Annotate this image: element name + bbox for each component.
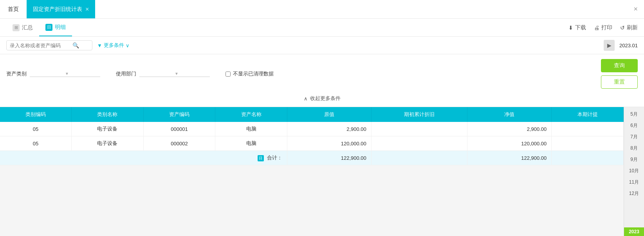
cell-accumulated-depreciation xyxy=(371,136,467,151)
year-badge[interactable]: 2023 xyxy=(624,227,644,236)
col-period-depreciation: 本期计提 xyxy=(552,107,624,122)
main-content: 类别编码 类别名称 资产编码 资产名称 原值 期初累计折旧 净值 本期计提 05… xyxy=(0,107,644,236)
month-item[interactable]: 9月 xyxy=(624,154,644,165)
month-item[interactable]: 10月 xyxy=(624,165,644,177)
detail-tab-icon: 目 xyxy=(45,24,52,31)
month-item[interactable]: 12月 xyxy=(624,188,644,199)
nav-tab-label: 固定资产折旧统计表 xyxy=(33,6,82,13)
cell-category-name: 电子设备 xyxy=(71,136,143,151)
refresh-icon: ↺ xyxy=(620,25,625,31)
cell-asset-code: 000001 xyxy=(143,122,215,136)
search-bar: 🔍 ▼ 更多条件 ∨ ▶ 2023.01 xyxy=(0,37,644,54)
col-accumulated-depreciation: 期初累计折旧 xyxy=(371,107,467,122)
nav-home[interactable]: 首页 xyxy=(0,6,27,13)
cell-asset-name: 电脑 xyxy=(215,136,287,151)
asset-category-arrow: ▼ xyxy=(65,72,99,76)
tab-detail[interactable]: 目 明细 xyxy=(39,19,72,36)
total-label: 目 合计： xyxy=(0,151,287,165)
cell-accumulated-depreciation xyxy=(371,122,467,136)
filter-area: 资产类别 ▼ 使用部门 ▼ 不显示已清理数据 查询 重置 ∧ 收起更多条件 xyxy=(0,54,644,107)
cell-asset-name: 电脑 xyxy=(215,122,287,136)
date-label: 2023.01 xyxy=(619,43,638,48)
col-net-value: 净值 xyxy=(467,107,552,122)
top-nav: 首页 固定资产折旧统计表 × × xyxy=(0,0,644,19)
department-field: 使用部门 ▼ xyxy=(116,70,210,77)
left-panel: 类别编码 类别名称 资产编码 资产名称 原值 期初累计折旧 净值 本期计提 05… xyxy=(0,107,624,236)
collapse-label: 收起更多条件 xyxy=(310,95,341,102)
hide-cleared-label: 不显示已清理数据 xyxy=(233,70,274,77)
more-filter-chevron: ∨ xyxy=(126,43,130,48)
hide-cleared-field: 不显示已清理数据 xyxy=(225,70,274,77)
right-panel: 5月6月7月8月9月10月11月12月2023 xyxy=(624,107,644,236)
department-arrow: ▼ xyxy=(175,72,208,76)
cell-original-value: 120,000.00 xyxy=(287,136,371,151)
table-row: 05 电子设备 000001 电脑 2,900.00 2,900.00 xyxy=(0,122,624,136)
nav-tab-close[interactable]: × xyxy=(85,6,89,13)
download-label: 下载 xyxy=(575,24,586,31)
month-item[interactable]: 11月 xyxy=(624,177,644,188)
tab-summary-label: 汇总 xyxy=(22,24,33,31)
download-button[interactable]: ⬇ 下载 xyxy=(568,24,586,31)
month-item[interactable]: 6月 xyxy=(624,120,644,131)
window-close-button[interactable]: × xyxy=(633,5,638,13)
print-icon: 🖨 xyxy=(594,25,599,31)
col-category-name: 类别名称 xyxy=(71,107,143,122)
month-item[interactable]: 5月 xyxy=(624,109,644,120)
refresh-button[interactable]: ↺ 刷新 xyxy=(620,24,638,31)
download-icon: ⬇ xyxy=(568,25,573,31)
month-item[interactable]: 8月 xyxy=(624,143,644,154)
filter-icon: ▼ xyxy=(97,43,102,48)
asset-category-select[interactable]: ▼ xyxy=(30,71,100,77)
tab-detail-label: 明细 xyxy=(55,24,66,31)
col-category-code: 类别编码 xyxy=(0,107,71,122)
col-asset-code: 资产编码 xyxy=(143,107,215,122)
asset-category-field: 资产类别 ▼ xyxy=(6,70,100,77)
collapse-icon: ∧ xyxy=(304,96,308,102)
reset-button[interactable]: 重置 xyxy=(601,75,638,89)
col-original-value: 原值 xyxy=(287,107,371,122)
col-asset-name: 资产名称 xyxy=(215,107,287,122)
cell-period-depreciation xyxy=(552,122,624,136)
filter-row: 资产类别 ▼ 使用部门 ▼ 不显示已清理数据 查询 重置 xyxy=(6,59,638,89)
nav-arrow-right[interactable]: ▶ xyxy=(604,40,615,51)
print-button[interactable]: 🖨 打印 xyxy=(594,24,612,31)
total-period-depreciation xyxy=(552,151,624,165)
more-filter-button[interactable]: ▼ 更多条件 ∨ xyxy=(97,42,130,49)
total-icon: 目 xyxy=(258,155,264,161)
search-icon: 🔍 xyxy=(72,42,79,48)
data-table: 类别编码 类别名称 资产编码 资产名称 原值 期初累计折旧 净值 本期计提 05… xyxy=(0,107,624,165)
cell-category-name: 电子设备 xyxy=(71,122,143,136)
toolbar-right: ⬇ 下载 🖨 打印 ↺ 刷新 xyxy=(568,24,638,31)
refresh-label: 刷新 xyxy=(627,24,638,31)
total-original-value: 122,900.00 xyxy=(287,151,371,165)
search-input[interactable] xyxy=(10,43,72,48)
total-net-value: 122,900.00 xyxy=(467,151,552,165)
month-item[interactable]: 7月 xyxy=(624,131,644,143)
collapse-button[interactable]: ∧ 收起更多条件 xyxy=(6,93,638,104)
cell-net-value: 2,900.00 xyxy=(467,122,552,136)
cell-original-value: 2,900.00 xyxy=(287,122,371,136)
cell-period-depreciation xyxy=(552,136,624,151)
cell-category-code: 05 xyxy=(0,122,71,136)
asset-category-label: 资产类别 xyxy=(6,70,27,77)
sub-tabs-bar: ⊞ 汇总 目 明细 ⬇ 下载 🖨 打印 ↺ 刷新 xyxy=(0,19,644,37)
total-accumulated-depreciation xyxy=(371,151,467,165)
search-input-wrap: 🔍 xyxy=(6,40,92,50)
table-wrap: 类别编码 类别名称 资产编码 资产名称 原值 期初累计折旧 净值 本期计提 05… xyxy=(0,107,624,236)
table-header-row: 类别编码 类别名称 资产编码 资产名称 原值 期初累计折旧 净值 本期计提 xyxy=(0,107,624,122)
department-select[interactable]: ▼ xyxy=(139,71,210,77)
cell-asset-code: 000002 xyxy=(143,136,215,151)
query-button[interactable]: 查询 xyxy=(601,59,638,72)
cell-net-value: 120,000.00 xyxy=(467,136,552,151)
table-row: 05 电子设备 000002 电脑 120,000.00 120,000.00 xyxy=(0,136,624,151)
more-filter-label: 更多条件 xyxy=(104,42,124,49)
table-total-row: 目 合计： 122,900.00 122,900.00 xyxy=(0,151,624,165)
hide-cleared-checkbox[interactable] xyxy=(225,72,231,77)
print-label: 打印 xyxy=(601,24,612,31)
cell-category-code: 05 xyxy=(0,136,71,151)
tab-summary[interactable]: ⊞ 汇总 xyxy=(6,19,39,36)
department-label: 使用部门 xyxy=(116,70,136,77)
summary-tab-icon: ⊞ xyxy=(13,24,20,31)
nav-tab-active[interactable]: 固定资产折旧统计表 × xyxy=(27,0,95,18)
